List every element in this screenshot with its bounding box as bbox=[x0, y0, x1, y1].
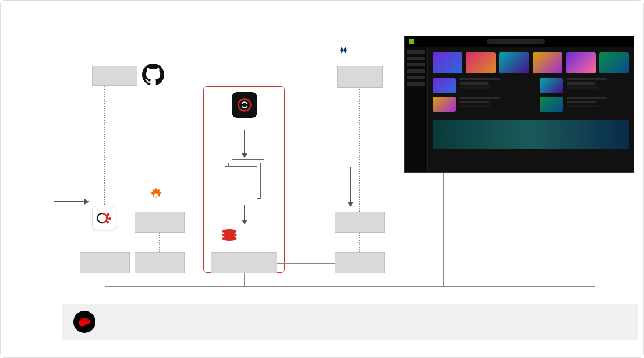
bus-app bbox=[360, 273, 360, 286]
arrow-devops bbox=[54, 201, 84, 202]
nvidia-screenshot bbox=[404, 36, 634, 173]
bus-line bbox=[105, 286, 519, 287]
gitops-box bbox=[80, 252, 130, 273]
svg-point-7 bbox=[107, 213, 110, 216]
dotted-app bbox=[359, 233, 360, 252]
redhat-hat-icon bbox=[73, 311, 95, 333]
openshift-gitops-icon bbox=[92, 206, 116, 230]
quay-logo bbox=[338, 45, 351, 55]
bus-monitoring bbox=[160, 273, 160, 286]
openshift-ai-icon bbox=[232, 92, 257, 118]
svg-point-5 bbox=[222, 237, 237, 241]
nvidia-search bbox=[487, 39, 545, 44]
bus-nvidia-left bbox=[443, 173, 444, 286]
bus-nvidia-mid bbox=[519, 173, 519, 286]
bus-vector bbox=[244, 273, 245, 286]
arrow-end-user bbox=[350, 167, 351, 202]
grafana-logo bbox=[148, 187, 164, 205]
dotted-github-gitops bbox=[104, 86, 105, 205]
svg-point-9 bbox=[107, 221, 109, 224]
bus-gitops bbox=[105, 273, 105, 286]
arrow-ai-to-docs bbox=[244, 130, 245, 153]
nvidia-logo-icon bbox=[409, 39, 414, 44]
bus-line-ext bbox=[519, 286, 595, 287]
line-vector-to-app bbox=[277, 263, 335, 264]
svg-point-2 bbox=[246, 103, 247, 104]
svg-point-0 bbox=[239, 99, 251, 111]
svg-point-10 bbox=[154, 194, 158, 198]
svg-point-1 bbox=[242, 103, 243, 104]
arrow-ai-to-docs-head bbox=[242, 153, 247, 158]
app-frontend-box bbox=[335, 212, 385, 233]
diagram-canvas bbox=[0, 0, 644, 358]
arrow-end-user-head bbox=[348, 202, 353, 207]
redis-logo bbox=[221, 227, 242, 243]
arrow-devops-head bbox=[84, 199, 89, 205]
nvidia-sidebar bbox=[405, 47, 428, 172]
svg-point-8 bbox=[108, 217, 111, 220]
monitoring-dashboard-box bbox=[135, 212, 185, 233]
bus-nvidia-right bbox=[595, 173, 595, 286]
svg-point-11 bbox=[80, 318, 89, 322]
arrow-docs-to-redis bbox=[244, 205, 245, 220]
github-box bbox=[92, 66, 137, 86]
product-docs-icon bbox=[225, 159, 264, 201]
app-backend-box bbox=[335, 252, 385, 273]
github-icon bbox=[142, 64, 164, 88]
arrow-docs-to-redis-head bbox=[242, 220, 247, 224]
product-docs-label bbox=[225, 166, 257, 202]
dotted-registry-frontend bbox=[359, 89, 360, 212]
vector-database-box bbox=[211, 252, 277, 273]
image-registry-box bbox=[337, 66, 383, 88]
dotted-monitoring bbox=[159, 233, 160, 252]
monitoring-backend-box bbox=[135, 252, 185, 273]
redhat-banner bbox=[62, 304, 638, 340]
